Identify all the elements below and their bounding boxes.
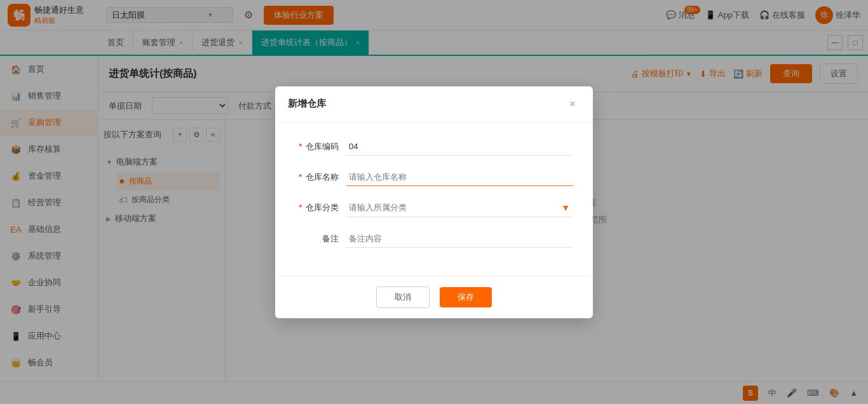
modal-title: 新增仓库 xyxy=(288,98,326,110)
modal-footer: 取消 保存 xyxy=(275,276,593,318)
modal-close-button[interactable]: × xyxy=(565,97,580,112)
modal-overlay[interactable]: 新增仓库 × * 仓库编码 * 仓库名称 xyxy=(0,0,868,404)
add-warehouse-modal: 新增仓库 × * 仓库编码 * 仓库名称 xyxy=(275,86,593,318)
name-label: * 仓库名称 xyxy=(295,172,346,183)
category-select-wrap[interactable]: ▼ xyxy=(346,199,573,217)
form-row-code: * 仓库编码 xyxy=(295,138,573,156)
form-row-name: * 仓库名称 xyxy=(295,168,573,186)
required-star-name: * xyxy=(299,172,302,182)
warehouse-code-input[interactable] xyxy=(346,138,573,156)
category-label: * 仓库分类 xyxy=(295,202,346,213)
required-star-code: * xyxy=(299,142,302,151)
form-row-category: * 仓库分类 ▼ xyxy=(295,199,573,217)
remark-label: 备注 xyxy=(295,233,346,245)
category-dropdown-icon[interactable]: ▼ xyxy=(561,203,570,213)
form-row-remark: 备注 xyxy=(295,230,573,248)
cancel-button[interactable]: 取消 xyxy=(376,286,430,308)
category-select-input[interactable] xyxy=(349,203,561,212)
save-button[interactable]: 保存 xyxy=(440,287,492,307)
remark-input[interactable] xyxy=(346,230,573,248)
code-label: * 仓库编码 xyxy=(295,141,346,152)
required-star-category: * xyxy=(299,203,302,212)
modal-body: * 仓库编码 * 仓库名称 * 仓库分类 xyxy=(275,123,593,276)
modal-header: 新增仓库 × xyxy=(275,86,593,123)
warehouse-name-input[interactable] xyxy=(346,168,573,186)
